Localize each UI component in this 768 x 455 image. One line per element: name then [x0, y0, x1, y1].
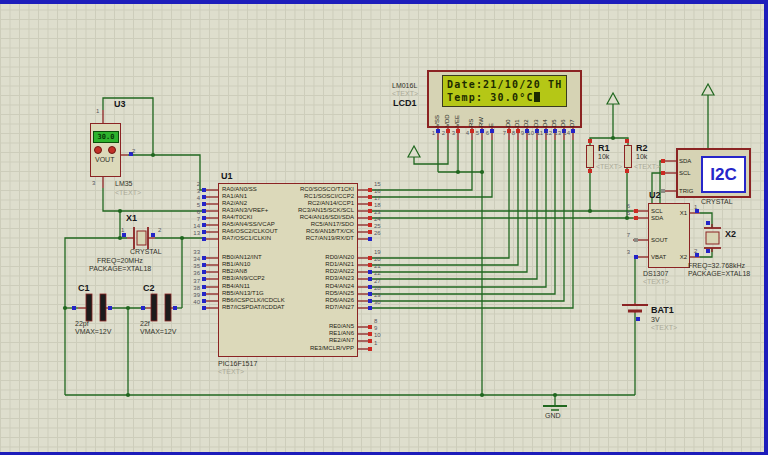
pin-state-indicator — [634, 255, 638, 259]
lcd-cursor — [534, 92, 540, 102]
pin-state-indicator — [129, 152, 133, 156]
pin-state-indicator — [368, 188, 372, 192]
pin-state-indicator — [368, 332, 372, 336]
pin-state-indicator — [368, 347, 372, 351]
pin-state-indicator — [368, 209, 372, 213]
pin-state-indicator — [368, 263, 372, 267]
capacitor-plate[interactable] — [86, 294, 92, 321]
wire[interactable] — [370, 140, 492, 197]
pin-state-indicator — [456, 129, 460, 133]
wire[interactable] — [370, 140, 518, 265]
pin-state-indicator — [72, 306, 76, 310]
crystal-body-x1[interactable] — [137, 231, 146, 245]
pin-state-indicator — [588, 139, 592, 143]
junction-dot — [553, 393, 557, 397]
junction-dot — [180, 236, 184, 240]
pin-state-indicator — [202, 195, 206, 199]
pin-state-indicator — [507, 129, 511, 133]
pin-state-indicator — [368, 325, 372, 329]
wire[interactable] — [370, 140, 564, 301]
pin-state-indicator — [202, 223, 206, 227]
pin-state-indicator — [202, 306, 206, 310]
junction-dot — [625, 216, 629, 220]
pin-state-indicator — [108, 306, 112, 310]
pin-state-indicator — [368, 292, 372, 296]
pic16f1517-mcu[interactable] — [218, 183, 358, 357]
pin-state-indicator — [202, 299, 206, 303]
lm35-vout-label: VOUT — [95, 156, 114, 163]
wire[interactable] — [370, 140, 509, 258]
lm35-decrease-button[interactable] — [108, 146, 116, 154]
schematic-canvas[interactable]: 30.0 VOUT Date:21/10/20 TH Temp: 30.0°C … — [0, 0, 768, 455]
lm35-increase-button[interactable] — [94, 146, 102, 154]
pin-state-indicator — [661, 171, 665, 175]
junction-dot — [151, 153, 155, 157]
pin-state-indicator — [695, 209, 699, 213]
pin-state-indicator — [516, 129, 520, 133]
junction-dot — [480, 170, 484, 174]
pin-state-indicator — [562, 129, 566, 133]
pin-state-indicator — [368, 306, 372, 310]
pin-state-indicator — [368, 299, 372, 303]
pin-state-indicator — [202, 188, 206, 192]
junction-dot — [63, 306, 67, 310]
pin-state-indicator — [151, 233, 155, 237]
pin-state-indicator — [202, 292, 206, 296]
power-arrow[interactable] — [408, 146, 420, 157]
pin-state-indicator — [368, 202, 372, 206]
pin-state-indicator — [202, 285, 206, 289]
wire[interactable] — [414, 140, 448, 164]
wire[interactable] — [103, 188, 206, 211]
pin-state-indicator — [368, 223, 372, 227]
pin-state-indicator — [202, 216, 206, 220]
pin-state-indicator — [202, 230, 206, 234]
wire[interactable] — [370, 140, 472, 190]
crystal-body-x2[interactable] — [706, 232, 719, 244]
pin-state-indicator — [634, 238, 638, 242]
junction-dot — [456, 170, 460, 174]
capacitor-plate[interactable] — [100, 294, 106, 321]
wire[interactable] — [700, 213, 712, 228]
power-arrow[interactable] — [607, 93, 619, 104]
junction-dot — [118, 209, 122, 213]
pin-state-indicator — [535, 129, 539, 133]
pin-state-indicator — [553, 129, 557, 133]
lcd-line2: Temp: 30.0°C — [447, 91, 566, 104]
junction-dot — [126, 393, 130, 397]
pin-state-indicator — [368, 256, 372, 260]
pin-state-indicator — [202, 263, 206, 267]
pin-state-indicator — [525, 129, 529, 133]
pin-state-indicator — [368, 277, 372, 281]
junction-dot — [588, 209, 592, 213]
pin-state-indicator — [706, 249, 710, 253]
pin-state-indicator — [368, 195, 372, 199]
wire[interactable] — [590, 138, 628, 145]
pin-state-indicator — [368, 270, 372, 274]
pin-state-indicator — [490, 129, 494, 133]
pin-state-indicator — [625, 169, 629, 173]
pin-state-indicator — [368, 230, 372, 234]
pin-state-indicator — [122, 233, 126, 237]
pin-state-indicator — [202, 256, 206, 260]
pin-state-indicator — [588, 169, 592, 173]
lcd-line1: Date:21/10/20 TH — [447, 78, 566, 91]
pin-state-indicator — [636, 317, 640, 321]
i2c-debugger-label: I2C — [701, 156, 746, 193]
wire[interactable] — [65, 238, 120, 395]
pin-state-indicator — [634, 209, 638, 213]
lcd-screen: Date:21/10/20 TH Temp: 30.0°C — [442, 75, 567, 107]
pin-state-indicator — [706, 221, 710, 225]
junction-dot — [118, 236, 122, 240]
power-arrow[interactable] — [702, 84, 714, 95]
capacitor-plate[interactable] — [151, 294, 157, 321]
resistor-r2[interactable] — [624, 145, 632, 168]
capacitor-plate[interactable] — [165, 294, 171, 321]
ds1307-rtc[interactable] — [648, 203, 690, 268]
pin-state-indicator — [544, 129, 548, 133]
junction-dot — [480, 393, 484, 397]
pin-state-indicator — [141, 306, 145, 310]
pin-state-indicator — [202, 277, 206, 281]
resistor-r1[interactable] — [586, 145, 594, 168]
wire[interactable] — [128, 155, 206, 190]
pin-state-indicator — [368, 216, 372, 220]
